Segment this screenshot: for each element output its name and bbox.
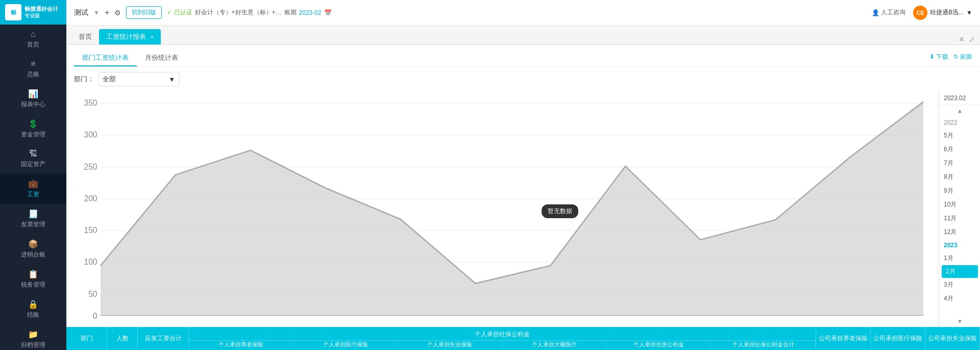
sidebar-item-label: 资金管理: [21, 130, 45, 139]
subtab-month[interactable]: 月份统计表: [137, 50, 186, 66]
filter-label: 部门：: [74, 75, 94, 84]
user-menu[interactable]: CE 轻捷通B迅... ▼: [913, 6, 972, 20]
sidebar-item-label: 发票管理: [21, 220, 45, 229]
svg-text:300: 300: [84, 130, 97, 139]
dropdown-arrow-icon[interactable]: ▼: [93, 9, 100, 16]
month-aug[interactable]: 8月: [940, 170, 980, 184]
month-jul[interactable]: 7月: [940, 156, 980, 170]
scroll-up-button[interactable]: ▲: [940, 105, 980, 116]
main-area: 测试 ▼ + ⚙ 切到旧版 ✓ 已认证 好会计（专）+好生意（标）+… 账期 2…: [66, 0, 980, 350]
dept-select[interactable]: 全部 ▼: [98, 72, 180, 86]
table-header: 部门 人数 应发工资合计 个人承担社保公积金 个人承担养老保险 个人承担医疗保险: [66, 327, 980, 350]
month-mar[interactable]: 3月: [940, 278, 980, 292]
sidebar: 畅 畅捷通好会计 专业版 ⌂ 首页 ≡ 总账 📊 报表中心 💲 资金管理 🏗 固…: [0, 0, 66, 350]
sidebar-logo: 畅 畅捷通好会计 专业版: [0, 0, 66, 25]
tab-close-button[interactable]: ×: [151, 34, 154, 40]
svg-text:50: 50: [88, 290, 97, 298]
add-button[interactable]: +: [105, 8, 109, 17]
col-count: 人数: [107, 327, 138, 350]
svg-text:100: 100: [84, 258, 97, 266]
svg-text:150: 150: [84, 226, 97, 235]
archive-icon: 📁: [28, 330, 38, 339]
month-apr[interactable]: 4月: [940, 292, 980, 306]
user-dropdown-icon: ▼: [966, 9, 972, 16]
download-button[interactable]: ⬇ 下载: [929, 53, 948, 61]
tags-badge: 好会计（专）+好生意（标）+…: [195, 8, 282, 17]
settings-button[interactable]: ⚙: [114, 9, 121, 17]
window-close-icon[interactable]: ✕: [959, 35, 965, 43]
sidebar-item-reports[interactable]: 📊 报表中心: [0, 84, 66, 114]
year-2022: 2022: [940, 116, 980, 129]
scroll-down-button[interactable]: ▼: [940, 316, 980, 327]
month-may[interactable]: 5月: [940, 129, 980, 143]
sidebar-item-invoice[interactable]: 🧾 发票管理: [0, 204, 66, 234]
consult-button[interactable]: 👤 人工咨询: [872, 8, 905, 17]
svg-marker-16: [101, 102, 923, 315]
window-expand-icon[interactable]: ⤢: [969, 35, 975, 43]
month-feb-active[interactable]: 2月: [942, 265, 978, 278]
sidebar-item-ledger[interactable]: ≡ 总账: [0, 54, 66, 84]
sidebar-item-home[interactable]: ⌂ 首页: [0, 25, 66, 54]
filter-bar: 部门： 全部 ▼: [66, 67, 980, 91]
sidebar-item-closing[interactable]: 🔒 结账: [0, 294, 66, 324]
logo-icon: 畅: [5, 4, 21, 20]
tax-icon: 📋: [28, 269, 38, 279]
reports-icon: 📊: [28, 89, 38, 99]
home-icon: ⌂: [31, 30, 36, 39]
subtabs: 部门工资统计表 月份统计表 ⬇ 下载 ↻ 刷新: [66, 45, 980, 67]
col-dept: 部门: [66, 327, 107, 350]
col-personal-housing: 个人承担住房公积金: [607, 341, 712, 348]
date-panel: 2023.02 ▲ 2022 5月 6月 7月 8月 9月 10月 11月 12…: [939, 91, 980, 327]
select-arrow-icon: ▼: [168, 76, 175, 83]
closing-icon: 🔒: [28, 299, 38, 309]
chart-area: 0 50 100 150 200 250 300 350 暂无数据: [66, 91, 980, 327]
period-label: 账期: [284, 8, 297, 17]
calendar-icon[interactable]: 📅: [324, 9, 332, 16]
invoice-icon: 🧾: [28, 209, 38, 219]
month-jun[interactable]: 6月: [940, 143, 980, 156]
avatar: CE: [913, 6, 927, 20]
subtab-dept[interactable]: 部门工资统计表: [74, 50, 137, 66]
svg-text:0: 0: [93, 312, 97, 320]
tab-home[interactable]: 首页: [71, 29, 99, 44]
sidebar-item-label: 首页: [27, 40, 39, 49]
svg-text:200: 200: [84, 194, 97, 203]
company-name: 测试: [74, 8, 88, 17]
month-nov[interactable]: 11月: [940, 212, 980, 225]
year-2023: 2023: [940, 239, 980, 251]
ledger-icon: ≡: [31, 59, 35, 68]
refresh-icon: ↻: [953, 53, 959, 60]
tab-salary[interactable]: 工资统计报表 ×: [99, 29, 161, 44]
refresh-button[interactable]: ↻ 刷新: [953, 53, 972, 61]
sidebar-item-assets[interactable]: 🏗 固定资产: [0, 144, 66, 174]
col-personal-medical: 个人承担医疗保险: [293, 341, 398, 348]
tabbar: 首页 工资统计报表 × ✕ ⤢: [66, 26, 980, 45]
month-jan[interactable]: 1月: [940, 251, 980, 265]
sidebar-item-label: 报表中心: [21, 100, 45, 109]
switch-version-button[interactable]: 切到旧版: [126, 6, 162, 19]
sidebar-item-label: 结账: [27, 311, 39, 319]
sidebar-item-label: 固定资产: [21, 160, 45, 169]
sidebar-item-purchase[interactable]: 📦 进销台账: [0, 234, 66, 264]
group-header: 个人承担社保公积金: [189, 329, 816, 341]
purchase-icon: 📦: [28, 239, 38, 249]
date-panel-header-text: 2023.02: [944, 95, 966, 102]
svg-text:350: 350: [84, 99, 97, 107]
month-dec[interactable]: 12月: [940, 225, 980, 239]
month-oct[interactable]: 10月: [940, 198, 980, 212]
col-company-pension: 公司承担养老保险: [816, 327, 871, 350]
sidebar-item-tax[interactable]: 📋 税务管理: [0, 264, 66, 294]
sidebar-item-label: 工资: [27, 190, 39, 199]
logo-subtitle: 专业版: [24, 13, 58, 19]
col-total-salary: 应发工资合计: [138, 327, 189, 350]
sidebar-item-funds[interactable]: 💲 资金管理: [0, 114, 66, 144]
certified-badge: ✓ 已认证: [167, 8, 192, 17]
month-sep[interactable]: 9月: [940, 184, 980, 198]
user-name: 轻捷通B迅...: [930, 8, 964, 17]
sidebar-item-archive[interactable]: 📁 归档管理: [0, 324, 66, 350]
funds-icon: 💲: [28, 119, 38, 129]
sidebar-item-label: 总账: [27, 70, 39, 79]
salary-chart: 0 50 100 150 200 250 300 350: [74, 97, 937, 322]
sidebar-item-salary[interactable]: 💼 工资: [0, 174, 66, 204]
col-company-medical: 公司承担医疗保险: [871, 327, 925, 350]
